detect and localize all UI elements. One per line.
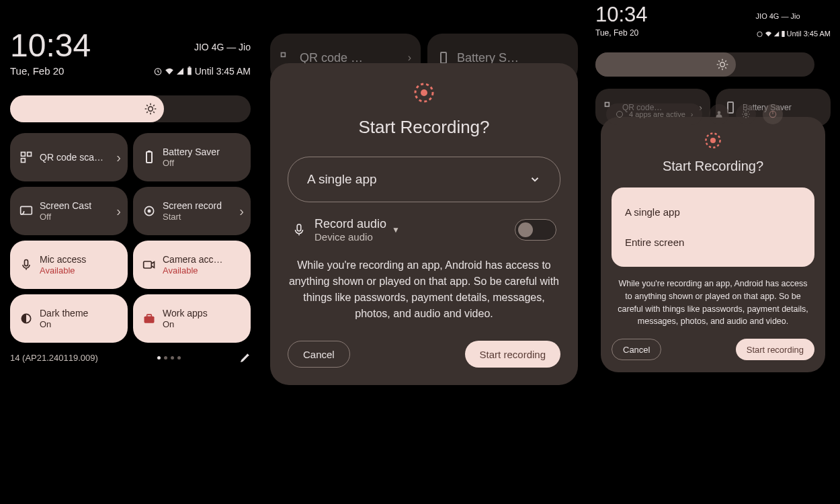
build-number: 14 (AP21.240119.009) xyxy=(10,353,98,363)
chevron-right-icon: › xyxy=(116,150,121,165)
start-recording-dialog: Start Recording? A single app Entire scr… xyxy=(601,117,825,372)
chevron-right-icon: › xyxy=(239,204,244,219)
battery-icon xyxy=(437,51,450,65)
tile-screen-record[interactable]: Screen recordStart › xyxy=(133,187,251,235)
quick-settings-panel: JIO 4G — Jio 10:34 Tue, Feb 20 Until 3:4… xyxy=(10,27,251,363)
dialog-title: Start Recording? xyxy=(288,117,560,138)
cancel-button[interactable]: Cancel xyxy=(288,341,350,368)
svg-rect-4 xyxy=(22,153,26,157)
svg-rect-7 xyxy=(146,152,152,163)
privacy-warning: While you're recording an app, Android h… xyxy=(288,257,560,322)
power-button[interactable] xyxy=(763,104,783,124)
battery-icon xyxy=(781,30,786,38)
camera-icon xyxy=(142,258,156,271)
qr-icon xyxy=(280,51,293,65)
dark-mode-icon xyxy=(19,312,33,325)
svg-point-3 xyxy=(149,107,153,112)
svg-point-31 xyxy=(745,113,748,116)
svg-rect-2 xyxy=(188,67,190,67)
wifi-icon xyxy=(765,30,772,38)
tile-status: Available xyxy=(163,265,227,276)
dialog-title: Start Recording? xyxy=(612,159,814,174)
tile-label: Mic access xyxy=(40,254,86,265)
svg-rect-21 xyxy=(297,224,301,231)
carrier-label: JIO 4G — Jio xyxy=(194,42,251,52)
signal-icon xyxy=(176,67,184,75)
alarm-time: Until 3:45 AM xyxy=(195,66,251,77)
footer-bar: 4 apps are active › xyxy=(606,103,827,125)
tile-status: On xyxy=(163,319,208,329)
gear-icon xyxy=(741,110,751,119)
settings-button[interactable] xyxy=(736,104,756,124)
svg-point-30 xyxy=(718,111,721,114)
svg-rect-17 xyxy=(282,53,286,57)
mic-icon xyxy=(19,258,33,271)
privacy-warning: While you're recording an app, Android h… xyxy=(612,278,814,328)
tile-label: Dark theme xyxy=(40,308,88,319)
svg-rect-23 xyxy=(782,31,784,37)
battery-saver-icon xyxy=(142,151,156,164)
chevron-right-icon: › xyxy=(691,110,694,118)
tile-mic-access[interactable]: Mic accessAvailable xyxy=(10,241,128,289)
brightness-slider[interactable] xyxy=(595,52,831,77)
start-recording-button[interactable]: Start recording xyxy=(465,341,560,368)
tile-status: Available xyxy=(40,265,86,276)
wifi-icon xyxy=(165,67,174,76)
svg-rect-8 xyxy=(148,151,151,152)
audio-title: Record audio xyxy=(314,217,386,231)
alarm-icon xyxy=(756,30,763,38)
tile-work-apps[interactable]: Work appsOn xyxy=(133,294,251,343)
tile-label: Work apps xyxy=(163,308,208,319)
svg-rect-6 xyxy=(22,159,26,163)
start-recording-button[interactable]: Start recording xyxy=(736,339,814,360)
tile-label: Screen record xyxy=(163,200,222,211)
tile-screen-cast[interactable]: Screen CastOff › xyxy=(10,187,128,235)
option-entire-screen[interactable]: Entire screen xyxy=(625,227,801,257)
start-recording-dialog: Start Recording? A single app Record aud… xyxy=(270,63,578,385)
user-button[interactable] xyxy=(709,104,729,124)
svg-point-11 xyxy=(148,210,151,213)
audio-toggle[interactable] xyxy=(515,219,556,241)
brightness-icon xyxy=(144,102,157,116)
svg-rect-1 xyxy=(187,67,192,75)
tile-label: Battery Saver xyxy=(163,146,220,157)
svg-rect-13 xyxy=(144,261,152,268)
svg-rect-16 xyxy=(147,314,152,317)
selected-option: A single app xyxy=(307,172,377,187)
cancel-button[interactable]: Cancel xyxy=(612,339,661,360)
record-target-icon xyxy=(413,82,435,103)
tile-label: Screen Cast xyxy=(40,200,91,211)
alarm-time: Until 3:45 AM xyxy=(787,30,831,38)
status-icons: Until 3:45 AM xyxy=(153,66,251,77)
svg-point-20 xyxy=(421,89,427,96)
option-single-app[interactable]: A single app xyxy=(625,197,801,227)
tile-status: Off xyxy=(163,158,220,168)
svg-rect-5 xyxy=(28,153,32,157)
edit-icon[interactable] xyxy=(240,352,251,363)
recording-mode-selector[interactable]: A single app xyxy=(288,157,560,202)
cast-icon xyxy=(19,204,33,218)
svg-rect-9 xyxy=(21,206,32,214)
power-icon xyxy=(768,110,778,119)
tile-battery-saver[interactable]: Battery SaverOff xyxy=(133,133,251,181)
svg-point-29 xyxy=(617,112,623,118)
brightness-slider[interactable] xyxy=(10,95,251,122)
tile-dark-theme[interactable]: Dark themeOn xyxy=(10,294,128,343)
tile-camera-access[interactable]: Camera accessAvailable xyxy=(133,241,251,289)
tile-qr-scanner[interactable]: QR code scanner › xyxy=(10,133,128,181)
svg-point-28 xyxy=(710,138,716,143)
tile-status: Start xyxy=(163,212,222,222)
brightness-icon xyxy=(716,58,729,71)
date-label: Tue, Feb 20 xyxy=(595,28,648,38)
user-icon xyxy=(714,110,724,119)
active-apps-pill[interactable]: 4 apps are active › xyxy=(606,103,702,125)
signal-icon xyxy=(773,31,780,37)
page-indicator xyxy=(157,356,181,360)
alarm-icon xyxy=(153,67,163,76)
tile-label: Camera access xyxy=(163,254,227,265)
tile-status: On xyxy=(40,319,88,329)
dropdown-icon[interactable]: ▼ xyxy=(392,225,400,235)
quick-settings-panel-small: 10:34 Tue, Feb 20 JIO 4G — Jio Until 3:4… xyxy=(595,0,831,126)
qr-icon xyxy=(19,151,33,164)
svg-rect-12 xyxy=(25,260,28,266)
